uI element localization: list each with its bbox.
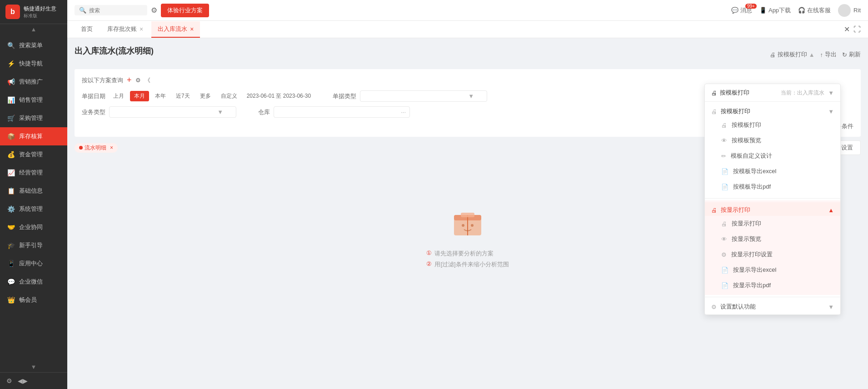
page-title: 出入库流水(流水明细) — [75, 45, 154, 56]
dropdown-header-title: 🖨 按模板打印 — [711, 89, 749, 97]
sidebar-item-quick-nav[interactable]: ⚡ 快捷导航 — [0, 55, 67, 73]
template-print-item[interactable]: 🖨 按模板打印 — [705, 117, 840, 133]
set-default-icon: ⚙ — [711, 304, 717, 310]
sidebar-item-system[interactable]: ⚙️ 系统管理 — [0, 200, 67, 218]
template-print-section-header[interactable]: 🖨 按模板打印 ▼ — [705, 104, 840, 117]
display-preview-item[interactable]: 👁 按显示预览 — [705, 231, 840, 247]
sidebar-item-label: 企业协同 — [19, 223, 43, 231]
date-btn-this-year[interactable]: 本年 — [151, 91, 170, 101]
tag-dot — [79, 146, 83, 150]
print-template-button[interactable]: 🖨 按模板打印 ▲ — [770, 50, 815, 59]
topbar-search-box[interactable]: 🔍 — [75, 5, 147, 15]
sidebar-item-collab[interactable]: 🤝 企业协同 — [0, 218, 67, 236]
date-btn-custom[interactable]: 自定义 — [217, 91, 241, 101]
date-btn-this-month[interactable]: 本月 — [130, 91, 149, 101]
sidebar-item-inventory[interactable]: 📦 库存核算 — [0, 127, 67, 145]
industry-solution-button[interactable]: 体验行业方案 — [161, 4, 209, 17]
dropdown-arrow-icon[interactable]: ▼ — [828, 90, 834, 96]
sidebar-item-corp-wechat[interactable]: 💬 企业微信 — [0, 273, 67, 291]
date-btn-7days[interactable]: 近7天 — [172, 91, 194, 101]
print-icon: 🖨 — [770, 51, 776, 58]
dropdown-header: 🖨 按模板打印 当前：出入库流水 ▼ — [705, 84, 840, 102]
filter-add-button[interactable]: + — [127, 75, 132, 85]
tab-inout-flow[interactable]: 出入库流水 × — [151, 21, 200, 38]
tab-home[interactable]: 首页 — [75, 21, 99, 38]
display-print-settings-item[interactable]: ⚙ 按显示打印设置 — [705, 247, 840, 262]
app-download-button[interactable]: 📱 App下载 — [759, 6, 791, 15]
item-excel-icon: 📄 — [721, 168, 728, 175]
message-badge: 99+ — [745, 4, 757, 9]
sidebar-item-marketing[interactable]: 📢 营销推广 — [0, 73, 67, 91]
sidebar-item-operations[interactable]: 📈 经营管理 — [0, 164, 67, 182]
template-export-excel-item[interactable]: 📄 按模板导出excel — [705, 164, 840, 179]
tab-home-label: 首页 — [81, 25, 93, 33]
display-print-icon: 🖨 — [711, 207, 717, 214]
tab-maximize-btn[interactable]: ⛶ — [853, 25, 861, 34]
system-icon: ⚙️ — [6, 204, 15, 214]
topbar-right: 💬 消息 99+ 📱 App下载 🎧 在线客服 Rit — [731, 4, 861, 17]
sidebar-settings-btn[interactable]: ⚙ — [6, 377, 12, 384]
sidebar-item-guide[interactable]: 🎓 新手引导 — [0, 236, 67, 254]
warehouse-label: 仓库 — [258, 108, 270, 116]
display-export-pdf-item[interactable]: 📄 按显示导出pdf — [705, 278, 840, 293]
message-button[interactable]: 💬 消息 99+ — [731, 6, 752, 15]
display-print-section: 🖨 按显示打印 ▲ 🖨 按显示打印 👁 按显示预览 ⚙ 按显示打印设置 — [705, 200, 840, 295]
bill-type-select[interactable]: ▼ — [360, 90, 487, 102]
template-customize-item[interactable]: ✏ 模板自定义设计 — [705, 148, 840, 164]
empty-tip-2: ② 用[过滤]条件来缩小分析范围 — [426, 260, 509, 269]
tag-close-icon[interactable]: × — [110, 145, 113, 151]
topbar-gear-icon[interactable]: ⚙ — [151, 6, 157, 15]
template-preview-item[interactable]: 👁 按模板预览 — [705, 133, 840, 148]
display-print-item[interactable]: 🖨 按显示打印 — [705, 216, 840, 231]
logo-icon: b — [5, 5, 20, 19]
tip2-text: 用[过滤]条件来缩小分析范围 — [434, 260, 509, 269]
sidebar-collapse-btn[interactable]: ◀▶ — [18, 377, 28, 384]
warehouse-ellipsis-icon: ··· — [401, 109, 406, 115]
refresh-button[interactable]: ↻ 刷新 — [842, 50, 861, 59]
tab-batch-ledger-close[interactable]: × — [140, 25, 143, 33]
online-service-button[interactable]: 🎧 在线客服 — [798, 6, 831, 15]
item-print-icon: 🖨 — [721, 122, 727, 129]
warehouse-select[interactable]: ··· — [274, 106, 410, 118]
sidebar-item-sales[interactable]: 📊 销售管理 — [0, 91, 67, 109]
sidebar: b 畅捷通好生意 标准版 ▲ 🔍 搜索菜单 ⚡ 快捷导航 📢 营销推广 📊 销售… — [0, 0, 67, 389]
template-print-section-title: 🖨 按模板打印 — [711, 107, 750, 115]
tab-inout-flow-close[interactable]: × — [190, 25, 194, 33]
filter-collapse-left-button[interactable]: 《 — [145, 76, 150, 85]
export-button[interactable]: ↑ 导出 — [820, 50, 837, 59]
date-btn-last-month[interactable]: 上月 — [109, 91, 128, 101]
date-btn-more[interactable]: 更多 — [196, 91, 215, 101]
search-menu-icon: 🔍 — [6, 41, 15, 50]
filter-section-label: 按以下方案查询 — [82, 76, 123, 85]
tag-label: 流水明细 — [85, 144, 106, 152]
sidebar-item-basic[interactable]: 📋 基础信息 — [0, 182, 67, 200]
flow-detail-tag[interactable]: 流水明细 × — [75, 143, 118, 153]
tab-bar: 首页 库存批次账 × 出入库流水 × ✕ ⛶ — [67, 21, 868, 38]
sidebar-item-label: 销售管理 — [19, 96, 43, 104]
sidebar-item-app-center[interactable]: 📱 应用中心 — [0, 254, 67, 273]
set-default-function[interactable]: ⚙ 设置默认功能 ▼ — [705, 299, 840, 314]
avatar[interactable] — [838, 4, 851, 17]
sidebar-item-finance[interactable]: 💰 资金管理 — [0, 145, 67, 164]
tab-batch-ledger[interactable]: 库存批次账 × — [101, 21, 150, 38]
filter-setting-button[interactable]: ⚙ — [135, 77, 141, 84]
template-print-icon: 🖨 — [711, 108, 717, 115]
user-area[interactable]: Rit — [838, 4, 861, 17]
svg-rect-3 — [461, 213, 474, 217]
template-export-pdf-item[interactable]: 📄 按模板导出pdf — [705, 179, 840, 194]
business-type-select[interactable]: ▼ — [109, 106, 236, 118]
sidebar-item-purchase[interactable]: 🛒 采购管理 — [0, 109, 67, 127]
sidebar-item-membership[interactable]: 👑 畅会员 — [0, 291, 67, 309]
empty-illustration — [445, 197, 490, 242]
display-export-excel-item[interactable]: 📄 按显示导出excel — [705, 262, 840, 278]
sidebar-item-label: 库存核算 — [19, 132, 43, 140]
business-type-label: 业务类型 — [82, 108, 105, 116]
tab-close-all-btn[interactable]: ✕ — [844, 25, 850, 34]
search-input[interactable] — [89, 7, 135, 14]
membership-icon: 👑 — [6, 295, 15, 304]
date-filter-label: 单据日期 — [82, 92, 105, 100]
sidebar-scroll-down[interactable]: ▼ — [0, 362, 67, 372]
display-print-section-header[interactable]: 🖨 按显示打印 ▲ — [705, 202, 840, 216]
sidebar-item-search-menu[interactable]: 🔍 搜索菜单 — [0, 36, 67, 55]
sidebar-scroll-up[interactable]: ▲ — [0, 24, 67, 35]
